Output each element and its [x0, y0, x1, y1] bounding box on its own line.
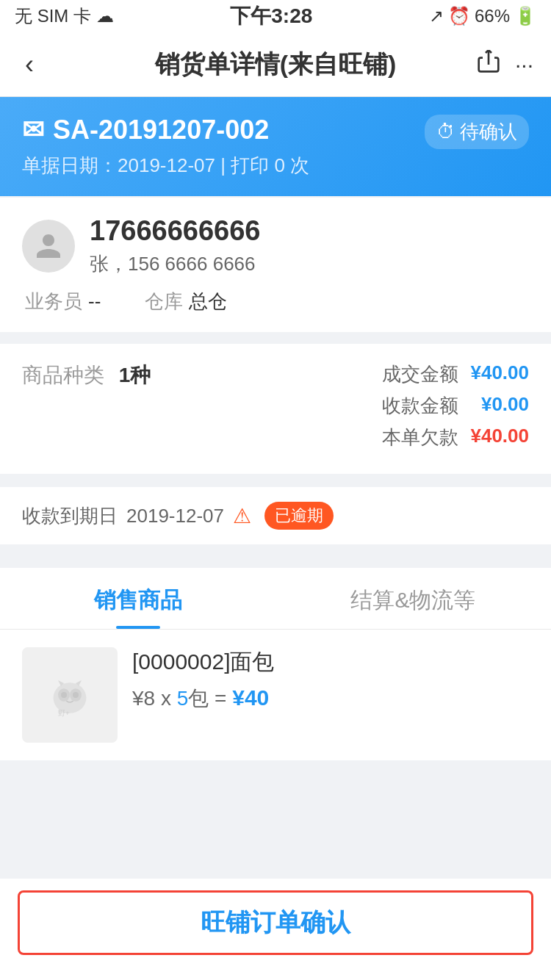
due-amount-line: 本单欠款 ¥40.00	[382, 425, 529, 450]
order-status: ⏱ 待确认	[425, 115, 529, 149]
warehouse-item: 仓库 总仓	[145, 289, 227, 314]
wangpu-confirm-button[interactable]: 旺铺订单确认	[18, 890, 533, 955]
salesperson-item: 业务员 --	[25, 289, 101, 314]
more-icon[interactable]: ···	[515, 52, 533, 77]
deal-amount-line: 成交金额 ¥40.00	[382, 361, 529, 387]
overdue-warning-icon: ⚠	[233, 504, 251, 528]
overdue-badge: 已逾期	[264, 502, 334, 530]
product-price-row: ¥8 x 5包 = ¥40	[132, 685, 529, 713]
due-date-card: 收款到期日 2019-12-07 ⚠ 已逾期	[0, 487, 551, 544]
nav-actions: ···	[477, 50, 533, 79]
order-date: 单据日期：2019-12-07 | 打印 0 次	[22, 153, 309, 179]
divider-3	[0, 544, 551, 556]
status-time: 下午3:28	[230, 2, 312, 30]
product-equals: =	[209, 687, 232, 710]
battery-icon: 🔋	[514, 6, 536, 26]
svg-text:野+: 野+	[58, 709, 70, 717]
customer-name: 张，156 6666 6666	[90, 251, 260, 277]
share-icon[interactable]	[477, 50, 500, 79]
deal-amount-label: 成交金额	[382, 361, 458, 387]
product-info: [0000002]面包 ¥8 x 5包 = ¥40	[132, 647, 529, 713]
summary-card: 商品种类 1种 成交金额 ¥40.00 收款金额 ¥0.00 本单欠款 ¥40.…	[0, 344, 551, 474]
sim-status: 无 SIM 卡 ☁	[15, 4, 114, 28]
divider-1	[0, 332, 551, 344]
divider-2	[0, 474, 551, 486]
customer-card: 17666666666 张，156 6666 6666 业务员 -- 仓库 总仓	[0, 198, 551, 332]
salesperson-label: 业务员	[25, 289, 82, 314]
location-icon: ↗	[429, 6, 444, 26]
summary-row: 商品种类 1种 成交金额 ¥40.00 收款金额 ¥0.00 本单欠款 ¥40.…	[22, 361, 529, 456]
battery-level: 66%	[475, 6, 510, 26]
due-date-value: 2019-12-07	[126, 505, 224, 527]
product-unit: 包	[188, 687, 209, 710]
product-kind-section: 商品种类 1种	[22, 361, 151, 389]
customer-meta: 业务员 -- 仓库 总仓	[22, 289, 529, 314]
status-text: 待确认	[460, 119, 517, 145]
status-clock-icon: ⏱	[436, 120, 455, 143]
product-name: [0000002]面包	[132, 647, 529, 677]
received-amount-line: 收款金额 ¥0.00	[382, 393, 529, 419]
customer-phone: 17666666666	[90, 215, 260, 247]
status-left: 无 SIM 卡 ☁	[15, 4, 114, 28]
status-bar: 无 SIM 卡 ☁ 下午3:28 ↗ ⏰ 66% 🔋	[0, 0, 551, 32]
order-icon: ✉	[22, 115, 44, 145]
order-header: ✉ SA-20191207-002 单据日期：2019-12-07 | 打印 0…	[0, 97, 551, 196]
product-item: 野+ [0000002]面包 ¥8 x 5包 = ¥40	[22, 647, 529, 743]
warehouse-value: 总仓	[189, 289, 227, 314]
tab-products[interactable]: 销售商品	[0, 568, 276, 629]
alarm-icon: ⏰	[448, 6, 470, 26]
product-price: ¥8 x	[132, 687, 177, 710]
order-id: ✉ SA-20191207-002	[22, 115, 309, 145]
confirm-btn-container: 旺铺订单确认	[0, 879, 551, 980]
due-amount-label: 本单欠款	[382, 425, 458, 450]
received-amount-label: 收款金额	[382, 393, 458, 419]
product-qty: 5	[177, 687, 189, 710]
due-amount-value: ¥40.00	[470, 425, 529, 450]
customer-info: 17666666666 张，156 6666 6666	[90, 215, 260, 277]
product-kind-label: 商品种类	[22, 364, 104, 386]
nav-bar: ‹ 销货单详情(来自旺铺) ···	[0, 32, 551, 97]
page-title: 销货单详情(来自旺铺)	[155, 48, 397, 82]
product-kind-value: 1种	[119, 364, 151, 386]
product-thumbnail: 野+	[22, 647, 118, 743]
svg-point-4	[61, 692, 67, 698]
avatar	[22, 220, 75, 273]
tabs-container: 销售商品 结算&物流等	[0, 568, 551, 630]
customer-row: 17666666666 张，156 6666 6666	[22, 215, 529, 277]
svg-point-5	[73, 692, 79, 698]
order-header-left: ✉ SA-20191207-002 单据日期：2019-12-07 | 打印 0…	[22, 115, 309, 179]
product-total: ¥40	[232, 685, 269, 710]
status-right: ↗ ⏰ 66% 🔋	[429, 6, 536, 26]
due-date-label: 收款到期日	[22, 503, 118, 529]
deal-amount-value: ¥40.00	[470, 361, 529, 387]
product-section: 野+ [0000002]面包 ¥8 x 5包 = ¥40	[0, 630, 551, 760]
back-button[interactable]: ‹	[18, 42, 41, 87]
received-amount-value: ¥0.00	[481, 393, 529, 419]
warehouse-label: 仓库	[145, 289, 183, 314]
order-id-text: SA-20191207-002	[53, 115, 269, 145]
tab-settlement[interactable]: 结算&物流等	[276, 568, 551, 629]
salesperson-value: --	[88, 290, 101, 313]
amounts-section: 成交金额 ¥40.00 收款金额 ¥0.00 本单欠款 ¥40.00	[382, 361, 529, 456]
